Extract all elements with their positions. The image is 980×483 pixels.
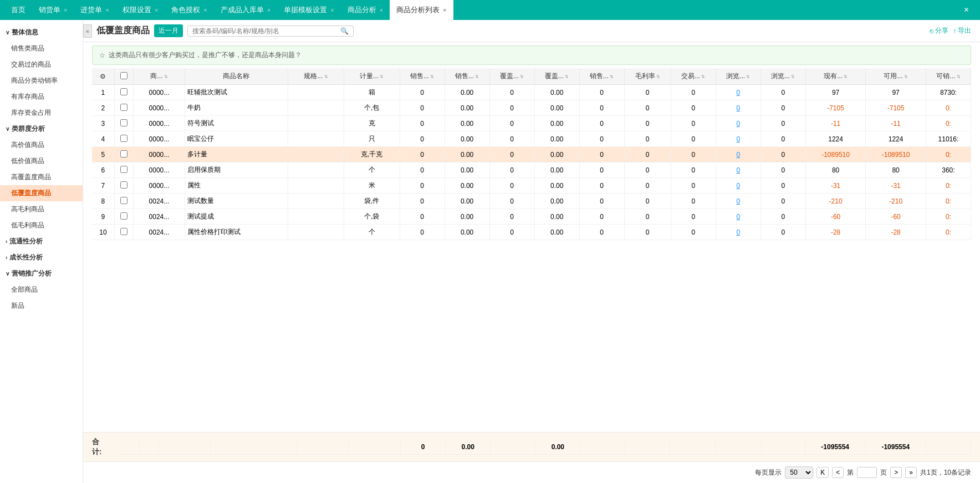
- settings-icon[interactable]: ⚙: [100, 73, 106, 80]
- sidebar-section-整体信息[interactable]: ∨整体信息: [0, 24, 83, 40]
- nav-close-icon[interactable]: ×: [443, 7, 446, 13]
- column-header-stock_current[interactable]: 现有... ⇅: [805, 68, 866, 85]
- sidebar-item-交易过的商品[interactable]: 交易过的商品: [0, 57, 83, 73]
- browse-link[interactable]: 0: [736, 197, 740, 205]
- nav-close-icon[interactable]: ×: [380, 7, 383, 13]
- nav-close-icon[interactable]: ×: [267, 7, 270, 13]
- row-checkbox[interactable]: [120, 166, 127, 173]
- column-header-browse2[interactable]: 浏览... ⇅: [760, 68, 805, 85]
- row-checkbox[interactable]: [120, 119, 127, 126]
- sort-icon-sales3[interactable]: ⇅: [609, 74, 614, 79]
- current-page-input[interactable]: 1: [857, 467, 877, 478]
- sidebar-section-成长性分析[interactable]: ›成长性分析: [0, 250, 83, 266]
- sidebar-item-高价值商品[interactable]: 高价值商品: [0, 137, 83, 153]
- sidebar-item-全部商品[interactable]: 全部商品: [0, 282, 83, 298]
- sort-icon-stock_sale[interactable]: ⇅: [955, 74, 960, 79]
- column-header-cover2[interactable]: 覆盖... ⇅: [534, 68, 579, 85]
- nav-item-角色授权[interactable]: 角色授权×: [165, 0, 213, 20]
- column-header-checkbox[interactable]: [114, 68, 133, 85]
- row-checkbox[interactable]: [120, 135, 127, 142]
- column-header-name[interactable]: 商品名称: [185, 68, 288, 85]
- sort-icon-cover2[interactable]: ⇅: [564, 74, 569, 79]
- sidebar-item-新品[interactable]: 新品: [0, 298, 83, 314]
- row-checkbox[interactable]: [120, 181, 127, 189]
- sort-icon-unit[interactable]: ⇅: [379, 74, 384, 79]
- sort-icon-browse1[interactable]: ⇅: [745, 74, 750, 79]
- nav-item-产成品入库单[interactable]: 产成品入库单×: [214, 0, 277, 20]
- nav-item-商品分析列表[interactable]: 商品分析列表×: [390, 0, 453, 20]
- share-button[interactable]: ⎋ 分享: [930, 26, 948, 35]
- column-header-unit[interactable]: 计量... ⇅: [344, 68, 400, 85]
- sidebar-item-低毛利商品[interactable]: 低毛利商品: [0, 217, 83, 233]
- nav-close-icon[interactable]: ×: [330, 7, 334, 13]
- column-header-browse1[interactable]: 浏览... ⇅: [716, 68, 760, 85]
- nav-item-进货单[interactable]: 进货单×: [74, 0, 115, 20]
- next-page-button[interactable]: >: [890, 467, 902, 478]
- row-checkbox[interactable]: [120, 150, 127, 157]
- row-checkbox[interactable]: [120, 197, 127, 204]
- browse-link[interactable]: 0: [736, 228, 740, 236]
- browse-link[interactable]: 0: [736, 89, 740, 96]
- column-header-trade[interactable]: 交易... ⇅: [671, 68, 716, 85]
- sidebar-item-销售类商品[interactable]: 销售类商品: [0, 40, 83, 57]
- nav-close-icon[interactable]: ×: [203, 7, 207, 13]
- row-checkbox[interactable]: [120, 228, 127, 235]
- sidebar-item-高覆盖度商品[interactable]: 高覆盖度商品: [0, 169, 83, 185]
- table-container[interactable]: ⚙商... ⇅商品名称规格... ⇅计量... ⇅销售... ⇅销售... ⇅覆…: [83, 68, 980, 432]
- sidebar-item-低覆盖度商品[interactable]: 低覆盖度商品: [0, 185, 83, 201]
- column-header-sales_qty[interactable]: 销售... ⇅: [400, 68, 445, 85]
- browse-link[interactable]: 0: [736, 213, 740, 221]
- sidebar-item-库存资金占用[interactable]: 库存资金占用: [0, 105, 83, 121]
- select-all-checkbox[interactable]: [120, 72, 127, 79]
- search-input[interactable]: [192, 27, 340, 35]
- browse-link[interactable]: 0: [736, 104, 740, 112]
- column-header-code[interactable]: 商... ⇅: [133, 68, 185, 85]
- sidebar-collapse-button[interactable]: «: [83, 24, 92, 38]
- sort-icon-stock_avail[interactable]: ⇅: [902, 74, 907, 79]
- per-page-select[interactable]: 2050100: [785, 466, 813, 479]
- column-header-sales3[interactable]: 销售... ⇅: [579, 68, 624, 85]
- sidebar-item-有库存商品[interactable]: 有库存商品: [0, 89, 83, 105]
- sidebar-section-流通性分析[interactable]: ›流通性分析: [0, 233, 83, 250]
- sort-icon-cover1[interactable]: ⇅: [519, 74, 524, 79]
- column-header-sales_amt[interactable]: 销售... ⇅: [445, 68, 489, 85]
- nav-item-单据模板设置[interactable]: 单据模板设置×: [277, 0, 340, 20]
- first-page-button[interactable]: K: [816, 467, 829, 478]
- nav-close-icon[interactable]: ×: [64, 7, 67, 13]
- row-checkbox[interactable]: [120, 212, 127, 220]
- nav-close-icon[interactable]: ×: [105, 7, 109, 13]
- sidebar-item-低价值商品[interactable]: 低价值商品: [0, 153, 83, 169]
- sidebar-section-营销推广分析[interactable]: ∨营销推广分析: [0, 266, 83, 282]
- sort-icon-sales_amt[interactable]: ⇅: [474, 74, 479, 79]
- last-page-button[interactable]: »: [905, 467, 917, 478]
- sidebar-item-高毛利商品[interactable]: 高毛利商品: [0, 201, 83, 217]
- column-header-stock_avail[interactable]: 可用... ⇅: [866, 68, 926, 85]
- sort-icon-sales_qty[interactable]: ⇅: [429, 74, 434, 79]
- sort-icon-code[interactable]: ⇅: [162, 74, 167, 79]
- sort-icon-gross_rate[interactable]: ⇅: [655, 74, 660, 79]
- sort-icon-trade[interactable]: ⇅: [700, 74, 705, 79]
- browse-link[interactable]: 0: [736, 166, 740, 174]
- export-button[interactable]: ↑ 导出: [953, 26, 971, 35]
- nav-item-权限设置[interactable]: 权限设置×: [116, 0, 165, 20]
- nav-item-销货单[interactable]: 销货单×: [32, 0, 74, 20]
- window-close-button[interactable]: ×: [957, 0, 976, 20]
- sort-icon-stock_current[interactable]: ⇅: [843, 74, 848, 79]
- column-header-gross_rate[interactable]: 毛利率 ⇅: [624, 68, 671, 85]
- prev-page-button[interactable]: <: [832, 467, 844, 478]
- row-checkbox[interactable]: [120, 104, 127, 111]
- browse-link[interactable]: 0: [736, 135, 740, 143]
- sidebar-item-商品分类动销率[interactable]: 商品分类动销率: [0, 73, 83, 89]
- sidebar-section-类群度分析[interactable]: ∨类群度分析: [0, 121, 83, 137]
- nav-close-icon[interactable]: ×: [155, 7, 158, 13]
- row-checkbox[interactable]: [120, 88, 127, 95]
- browse-link[interactable]: 0: [736, 151, 740, 159]
- nav-item-首页[interactable]: 首页: [4, 0, 32, 20]
- nav-item-商品分析[interactable]: 商品分析×: [341, 0, 390, 20]
- browse-link[interactable]: 0: [736, 120, 740, 128]
- column-header-spec[interactable]: 规格... ⇅: [288, 68, 344, 85]
- column-header-stock_sale[interactable]: 可销... ⇅: [926, 68, 971, 85]
- sort-icon-spec[interactable]: ⇅: [323, 74, 328, 79]
- column-header-settings[interactable]: ⚙: [92, 68, 114, 85]
- browse-link[interactable]: 0: [736, 182, 740, 190]
